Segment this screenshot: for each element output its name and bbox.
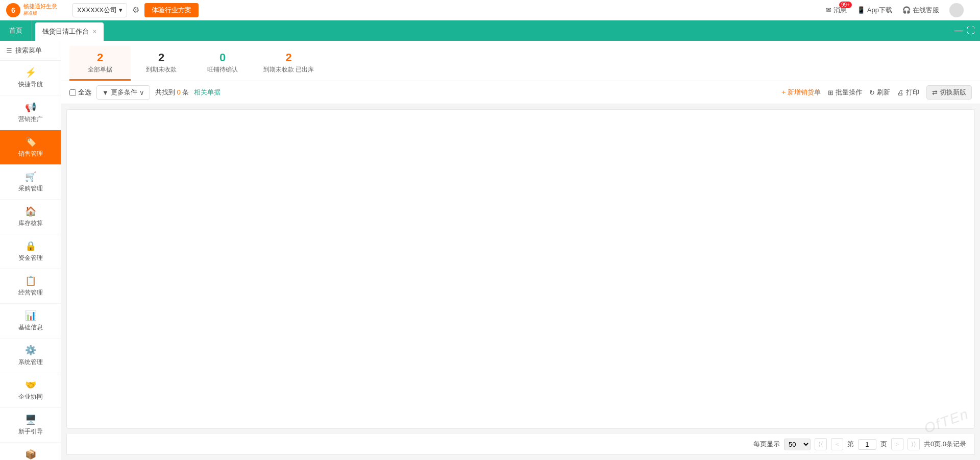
- logo-text: 畅捷通好生意: [23, 3, 57, 10]
- sidebar-label-system: 系统管理: [18, 358, 43, 367]
- refresh-button[interactable]: ↻ 刷新: [869, 88, 890, 97]
- expand-icon[interactable]: ⛶: [967, 26, 975, 35]
- sales-icon: 🏷️: [25, 136, 36, 148]
- message-icon: ✉: [826, 6, 831, 14]
- tab-label: 钱货日清工作台: [42, 27, 89, 36]
- finance-icon: 🔒: [25, 240, 36, 252]
- tab-active[interactable]: 钱货日清工作台 ×: [35, 22, 104, 41]
- stat-tab-all[interactable]: 2 全部单据: [69, 46, 131, 81]
- app-label: App下载: [867, 6, 892, 15]
- total-info: 共0页,0条记录: [924, 440, 966, 449]
- first-page-button[interactable]: ⟨⟨: [815, 438, 827, 450]
- chevron-down-icon: ▾: [119, 6, 122, 14]
- logo-icon: 6: [6, 3, 20, 17]
- refresh-label: 刷新: [877, 88, 890, 97]
- stat-count-pending: 0: [219, 51, 226, 64]
- chevron-icon: ∨: [139, 89, 144, 96]
- logo-sub: 标准版: [23, 10, 57, 17]
- tabs-actions: — ⛶: [954, 26, 980, 35]
- sidebar-label-operation: 经营管理: [18, 288, 43, 297]
- stat-tab-shipped[interactable]: 2 到期未收款 已出库: [253, 46, 324, 81]
- toolbar-right: + 新增销货单 ⊞ 批量操作 ↻ 刷新 🖨 打印 ⇄ 切换新版: [782, 85, 972, 100]
- inventory-icon: 🏠: [25, 206, 36, 217]
- table-area: [66, 109, 975, 429]
- stat-tab-overdue[interactable]: 2 到期未收款: [131, 46, 192, 81]
- select-all-label: 全选: [78, 88, 91, 97]
- select-all-input[interactable]: [69, 89, 76, 96]
- page-label: 第: [847, 440, 854, 449]
- quick-nav-icon: ⚡: [25, 67, 36, 78]
- found-count: 0: [177, 88, 181, 96]
- layout: ☰ 搜索菜单 ⚡ 快捷导航 📢 营销推广 🏷️ 销售管理 🛒 采购管理 🏠 库存…: [0, 41, 980, 460]
- sidebar-label-marketing: 营销推广: [18, 115, 43, 124]
- sidebar-label-quick-nav: 快捷导航: [18, 80, 43, 89]
- stat-label-all: 全部单据: [88, 65, 112, 74]
- filter-button[interactable]: ▼ 更多条件 ∨: [96, 85, 150, 100]
- stat-label-shipped: 到期未收款 已出库: [263, 65, 314, 74]
- sidebar-item-purchase[interactable]: 🛒 采购管理: [0, 165, 61, 200]
- print-label: 打印: [906, 88, 919, 97]
- sidebar-item-marketing[interactable]: 📢 营销推广: [0, 95, 61, 130]
- print-button[interactable]: 🖨 打印: [897, 88, 919, 97]
- per-page-select[interactable]: 50 100 200: [784, 439, 811, 450]
- sidebar: ☰ 搜索菜单 ⚡ 快捷导航 📢 营销推广 🏷️ 销售管理 🛒 采购管理 🏠 库存…: [0, 41, 61, 460]
- sidebar-label-sales: 销售管理: [18, 150, 43, 158]
- search-label: 搜索菜单: [15, 46, 42, 55]
- tab-home[interactable]: 首页: [0, 20, 32, 41]
- service-icon: 🎧: [902, 6, 911, 14]
- company-selector[interactable]: XXXXXX公司 ▾: [72, 3, 127, 17]
- last-page-button[interactable]: ⟩⟩: [908, 438, 920, 450]
- toolbar: 全选 ▼ 更多条件 ∨ 共找到 0 条 相关单据 + 新增销货单 ⊞ 批: [61, 81, 980, 104]
- table-empty-state: [67, 110, 974, 428]
- sidebar-label-guide: 新手引导: [18, 427, 43, 436]
- switch-label: 切换新版: [940, 88, 966, 97]
- main-content: 2 全部单据 2 到期未收款 0 旺铺待确认 2 到期未收款 已出库 全选: [61, 41, 980, 460]
- header-right: ✉ 消息 99+ 📱 App下载 🎧 在线客服: [826, 3, 974, 17]
- message-button[interactable]: ✉ 消息 99+: [826, 6, 847, 15]
- sidebar-item-sales[interactable]: 🏷️ 销售管理: [0, 130, 61, 165]
- app-center-icon: 📦: [25, 449, 36, 460]
- sidebar-label-purchase: 采购管理: [18, 184, 43, 193]
- minimize-icon[interactable]: —: [954, 26, 963, 35]
- select-all-checkbox[interactable]: 全选: [69, 88, 91, 97]
- switch-version-button[interactable]: ⇄ 切换新版: [926, 85, 972, 100]
- marketing-icon: 📢: [25, 102, 36, 113]
- avatar[interactable]: [949, 3, 964, 17]
- sidebar-item-guide[interactable]: 🖥️ 新手引导: [0, 408, 61, 443]
- stat-count-all: 2: [97, 51, 103, 64]
- stat-tab-pending[interactable]: 0 旺铺待确认: [192, 46, 253, 81]
- tab-close-icon[interactable]: ×: [93, 28, 96, 35]
- found-text: 共找到 0 条: [155, 88, 189, 97]
- stat-count-shipped: 2: [286, 51, 292, 64]
- app-download-button[interactable]: 📱 App下载: [857, 6, 892, 15]
- new-order-button[interactable]: + 新增销货单: [782, 88, 821, 97]
- page-input[interactable]: [858, 439, 876, 450]
- prev-page-button[interactable]: ＜: [831, 438, 843, 450]
- operation-icon: 📋: [25, 275, 36, 286]
- header: 6 畅捷通好生意 标准版 XXXXXX公司 ▾ ⚙ 体验行业方案 ✉ 消息 99…: [0, 0, 980, 20]
- print-icon: 🖨: [897, 89, 904, 96]
- filter-icon: ▼: [102, 89, 109, 96]
- batch-button[interactable]: ⊞ 批量操作: [828, 88, 862, 97]
- sidebar-item-system[interactable]: ⚙️ 系统管理: [0, 338, 61, 373]
- related-link[interactable]: 相关单据: [194, 88, 220, 97]
- trial-button[interactable]: 体验行业方案: [144, 3, 199, 17]
- service-label: 在线客服: [913, 6, 939, 15]
- toolbar-left: 全选 ▼ 更多条件 ∨ 共找到 0 条 相关单据: [69, 85, 220, 100]
- sidebar-item-inventory[interactable]: 🏠 库存核算: [0, 200, 61, 234]
- sidebar-item-basic-info[interactable]: 📊 基础信息: [0, 304, 61, 338]
- sidebar-item-app-center[interactable]: 📦 应用中心: [0, 443, 61, 460]
- sidebar-item-cooperation[interactable]: 🤝 企业协同: [0, 373, 61, 408]
- sidebar-search[interactable]: ☰ 搜索菜单: [0, 41, 61, 61]
- message-badge: 99+: [839, 2, 852, 8]
- sidebar-item-finance[interactable]: 🔒 资金管理: [0, 234, 61, 269]
- sidebar-label-finance: 资金管理: [18, 254, 43, 262]
- next-page-button[interactable]: ＞: [891, 438, 903, 450]
- batch-icon: ⊞: [828, 89, 834, 96]
- switch-icon: ⇄: [932, 89, 938, 96]
- sidebar-item-quick-nav[interactable]: ⚡ 快捷导航: [0, 61, 61, 95]
- settings-icon[interactable]: ⚙: [132, 5, 139, 15]
- sidebar-item-operation[interactable]: 📋 经营管理: [0, 269, 61, 304]
- online-service-button[interactable]: 🎧 在线客服: [902, 6, 939, 15]
- search-icon: ☰: [6, 47, 12, 55]
